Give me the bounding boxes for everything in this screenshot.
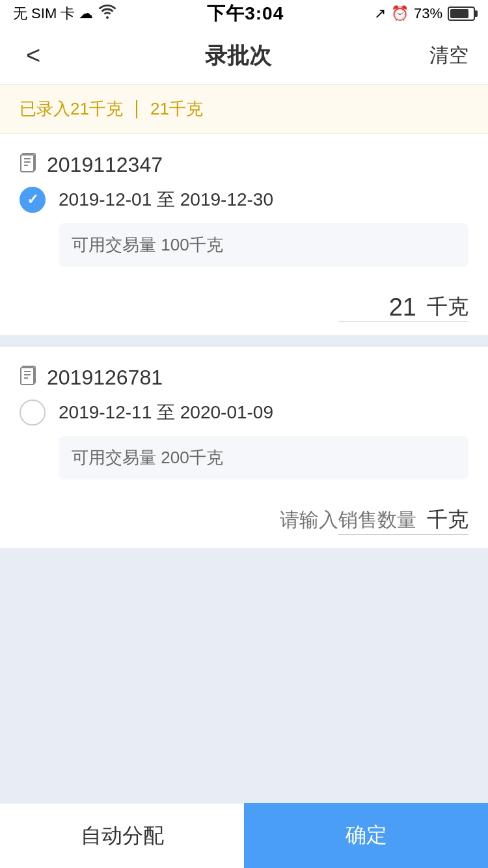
batch1-amount-input[interactable] [364,293,416,321]
batch2-underline [338,534,468,535]
batch2-date-range: 2019-12-11 至 2020-01-09 [59,400,273,425]
status-bar: 无 SIM 卡 ☁ 下午3:04 ↗ ⏰ 73% [0,0,488,27]
batch1-unit: 千克 [427,293,468,321]
batch2-unit: 千克 [427,506,468,534]
batch1-avail: 可用交易量 100千克 [59,223,468,267]
info-divider [136,100,137,118]
batch2-input-row: 千克 [0,493,488,534]
batch2-doc-icon [20,365,40,390]
no-sim-text: 无 SIM 卡 ☁ [13,4,93,23]
status-time: 下午3:04 [207,1,284,26]
batch2-card: 2019126781 2019-12-11 至 2020-01-09 可用交易量… [0,347,488,548]
gray-area [0,548,488,821]
page-title: 录批次 [205,41,271,71]
batch2-id: 2019126781 [47,366,163,390]
svg-rect-1 [21,155,34,172]
batch2-date-row[interactable]: 2019-12-11 至 2020-01-09 [20,400,468,426]
back-button[interactable]: < [20,35,47,76]
status-left: 无 SIM 卡 ☁ [13,4,116,23]
batch2-amount-input[interactable] [20,509,416,531]
nav-bar: < 录批次 清空 [0,27,488,85]
batch1-id-row: 2019112347 [20,152,468,178]
batch1-radio[interactable] [20,187,46,213]
total-amount: 21千克 [150,98,203,120]
batch1-date-row[interactable]: 2019-12-01 至 2019-12-30 [20,187,468,213]
batch2-radio[interactable] [20,400,46,426]
svg-rect-6 [21,368,34,385]
batch1-underline [338,321,468,322]
confirm-button[interactable]: 确定 [244,803,488,868]
location-icon: ↗ [374,5,386,22]
batch2-id-row: 2019126781 [20,365,468,390]
wifi-icon [98,5,116,23]
batch1-underline-container [0,321,488,335]
auto-distribute-button[interactable]: 自动分配 [0,803,244,868]
clear-button[interactable]: 清空 [429,42,468,69]
batch1-card: 2019112347 2019-12-01 至 2019-12-30 可用交易量… [0,134,488,335]
batch1-doc-icon [20,152,40,178]
batch1-amount-row: 千克 [0,280,488,321]
alarm-icon: ⏰ [391,5,409,22]
info-banner: 已录入21千克 21千克 [0,85,488,134]
bottom-bar: 自动分配 确定 [0,803,488,868]
section-divider-1 [0,335,488,347]
batch1-date-range: 2019-12-01 至 2019-12-30 [59,187,273,212]
batch2-avail: 可用交易量 200千克 [59,436,468,480]
status-right: ↗ ⏰ 73% [374,5,475,22]
recorded-amount: 已录入21千克 [20,98,123,120]
batch1-id: 2019112347 [47,153,163,177]
battery-percent: 73% [414,5,442,22]
batch2-underline-container [0,534,488,548]
battery-icon [448,7,475,21]
